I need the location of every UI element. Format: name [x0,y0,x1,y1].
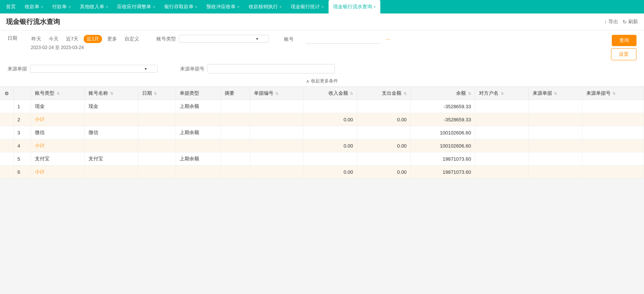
source-doc-no-label: 来源单据号 [180,66,204,72]
nav-home[interactable]: 首页 [2,0,20,13]
td-source-doc-no [582,152,644,166]
nav-tab-8[interactable]: 现金银行流水查询 × [329,0,380,13]
nav-tab-4[interactable]: 银行存取款单 × [160,0,202,13]
td-income: 0.00 [303,113,357,126]
th-balance[interactable]: 余额 ⇅ [411,87,475,100]
source-doc-select[interactable]: ▾ [30,65,158,73]
td-counterpart [475,100,528,113]
table-row[interactable]: 4小计0.000.00100102606.60 [0,139,644,152]
table-row[interactable]: 6小计0.000.0019871073.60 [0,166,644,179]
date-opt-custom[interactable]: 自定义 [122,35,141,43]
td-gear [0,126,14,139]
th-source-doc[interactable]: 来源单据 ⇅ [528,87,582,100]
td-account-name: 微信 [84,126,138,139]
table-body: 1现金现金上期余额-3528659.332小计0.000.00-3528659.… [0,100,644,179]
th-source-doc-no[interactable]: 来源单据号 ⇅ [582,87,644,100]
nav-tab-6[interactable]: 收款核销执行 × [244,0,286,13]
td-expense [357,100,411,113]
collapse-bar[interactable]: ∧ 收起更多条件 [8,76,636,87]
export-icon: ↑ [605,19,607,25]
table-row[interactable]: 5支付宝支付宝上期余额19871073.60 [0,152,644,166]
query-button[interactable]: 查询 [612,35,636,46]
td-source-doc [528,100,582,113]
data-table: ⚙ 账号类型 ⇅ 账号名称 ⇅ 日期 ⇅ 单据类型 [0,87,644,179]
nav-tab-3[interactable]: 应收应付调整单 × [113,0,159,13]
source-doc-chevron-icon: ▾ [145,67,147,71]
close-tab-0-icon[interactable]: × [41,0,43,13]
close-tab-8-icon[interactable]: × [374,0,376,13]
td-doc-type [176,166,221,179]
date-range-display: 2023-02-24 至 2023-03-24 [31,45,141,51]
td-doc-no [250,152,303,166]
date-opt-1month[interactable]: 近1月 [84,35,102,43]
td-counterpart [475,152,528,166]
date-opt-today[interactable]: 今天 [47,35,61,43]
account-dots-button[interactable]: ··· [384,36,392,43]
td-source-doc [528,166,582,179]
td-gear [0,113,14,126]
refresh-button[interactable]: ↻ 刷新 [623,18,638,25]
td-date [138,166,176,179]
export-button[interactable]: ↑ 导出 [605,18,618,25]
nav-tab-7[interactable]: 现金银行统计 × [286,0,328,13]
td-source-doc-no [582,126,644,139]
th-income[interactable]: 收入金额 ⇅ [303,87,357,100]
sort-balance-icon: ⇅ [468,91,471,96]
td-summary [221,166,250,179]
td-expense: 0.00 [357,113,411,126]
sort-account-type-icon: ⇅ [57,91,60,96]
td-date [138,152,176,166]
th-counterpart[interactable]: 对方户名 ⇅ [475,87,528,100]
td-expense [357,126,411,139]
sort-counterpart-icon: ⇅ [501,91,504,96]
account-input[interactable] [306,35,381,44]
close-tab-3-icon[interactable]: × [153,0,155,13]
td-balance: 100102606.60 [411,126,475,139]
account-type-select[interactable]: ▾ [179,35,269,43]
th-gear[interactable]: ⚙ [0,87,14,100]
source-doc-no-input[interactable] [207,64,335,73]
td-gear [0,166,14,179]
table-row[interactable]: 2小计0.000.00-3528659.33 [0,113,644,126]
close-tab-7-icon[interactable]: × [321,0,324,13]
td-expense: 0.00 [357,139,411,152]
td-income [303,100,357,113]
td-account-name [84,113,138,126]
nav-tab-1[interactable]: 付款单 × [48,0,75,13]
td-date [138,139,176,152]
close-tab-2-icon[interactable]: × [106,0,108,13]
date-opt-yesterday[interactable]: 昨天 [29,35,44,43]
th-expense[interactable]: 支出金额 ⇅ [357,87,411,100]
date-opt-7days[interactable]: 近7天 [64,35,81,43]
date-opt-more[interactable]: 更多 [105,35,119,43]
td-gear [0,139,14,152]
table-row[interactable]: 3微信微信上期余额100102606.60 [0,126,644,139]
th-doc-no[interactable]: 单据编号 ⇅ [250,87,303,100]
date-label: 日期 [8,35,26,42]
th-account-type[interactable]: 账号类型 ⇅ [31,87,85,100]
td-income [303,126,357,139]
td-account-type: 支付宝 [31,152,85,166]
nav-tab-0[interactable]: 收款单 × [20,0,48,13]
close-tab-1-icon[interactable]: × [68,0,71,13]
account-type-chevron-icon: ▾ [256,37,258,41]
td-account-name: 支付宝 [84,152,138,166]
td-account-type: 小计 [31,139,85,152]
close-tab-4-icon[interactable]: × [195,0,197,13]
td-counterpart [475,126,528,139]
close-tab-5-icon[interactable]: × [237,0,239,13]
close-tab-6-icon[interactable]: × [279,0,282,13]
td-gear [0,152,14,166]
td-account-name: 现金 [84,100,138,113]
th-date[interactable]: 日期 ⇅ [138,87,176,100]
th-account-name[interactable]: 账号名称 ⇅ [84,87,138,100]
td-balance: 19871073.60 [411,166,475,179]
th-index [14,87,31,100]
table-row[interactable]: 1现金现金上期余额-3528659.33 [0,100,644,113]
nav-tab-5[interactable]: 预收冲应收单 × [202,0,244,13]
nav-tab-2[interactable]: 其他收入单 × [75,0,113,13]
td-income: 0.00 [303,139,357,152]
settings-button[interactable]: 设置 [611,48,636,60]
table-header-row: ⚙ 账号类型 ⇅ 账号名称 ⇅ 日期 ⇅ 单据类型 [0,87,644,100]
td-expense [357,152,411,166]
